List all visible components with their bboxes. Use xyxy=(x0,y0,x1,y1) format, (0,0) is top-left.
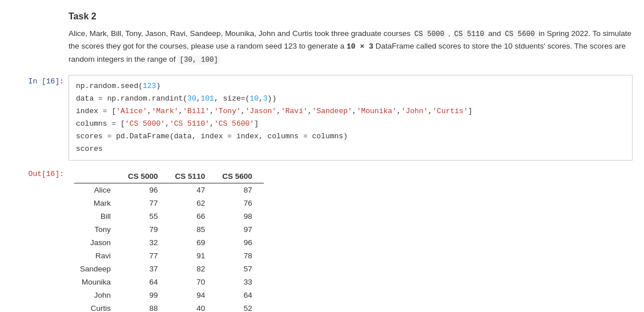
table-row: Curtis 88 40 52 xyxy=(74,302,264,312)
output-area: CS 5000 CS 5110 CS 5600 Alice 96 47 87 M… xyxy=(69,167,633,312)
table-row: Sandeep 37 82 57 xyxy=(74,262,264,275)
cs5000-score: 64 xyxy=(122,275,170,289)
cs5000-score: 77 xyxy=(122,197,170,210)
score-range: [30, 100] xyxy=(178,55,220,65)
table-row: Alice 96 47 87 xyxy=(74,183,264,197)
student-name: Sandeep xyxy=(74,262,122,275)
cs5110-score: 94 xyxy=(170,289,217,302)
cs5110-score: 85 xyxy=(170,223,217,236)
cs5000-score: 55 xyxy=(122,210,170,223)
col-header-cs5110: CS 5110 xyxy=(170,170,217,183)
table-row: Bill 55 66 98 xyxy=(74,210,264,223)
cs5600-score: 64 xyxy=(216,289,264,302)
col-header-cs5600: CS 5600 xyxy=(216,170,264,183)
cs5000-score: 79 xyxy=(122,223,170,236)
cs5600-score: 87 xyxy=(216,183,264,197)
table-row: Ravi 77 91 78 xyxy=(74,249,264,262)
dataframe-size: 10 × 3 xyxy=(347,42,373,51)
course3-code: CS 5600 xyxy=(503,30,537,39)
cs5600-score: 57 xyxy=(216,262,264,275)
table-row: Mark 77 62 76 xyxy=(74,197,264,210)
cs5000-score: 99 xyxy=(122,289,170,302)
cs5600-score: 96 xyxy=(216,236,264,249)
student-name: John xyxy=(74,289,122,302)
code-block[interactable]: np.random.seed(123) data = np.random.ran… xyxy=(69,75,633,161)
cs5000-score: 37 xyxy=(122,262,170,275)
cs5000-score: 32 xyxy=(122,236,170,249)
cs5600-score: 97 xyxy=(216,223,264,236)
output-cell: Out[16]: CS 5000 CS 5110 CS 5600 Alice 9… xyxy=(0,167,644,312)
cs5600-score: 33 xyxy=(216,275,264,289)
code-line-3: index = ['Alice','Mark','Bill','Tony','J… xyxy=(76,105,625,118)
student-name: Ravi xyxy=(74,249,122,262)
code-line-4: columns = ['CS 5000','CS 5110','CS 5600'… xyxy=(76,118,625,130)
cs5600-score: 52 xyxy=(216,302,264,312)
task-title: Task 2 xyxy=(69,11,644,22)
cs5000-score: 96 xyxy=(122,183,170,197)
table-row: Tony 79 85 97 xyxy=(74,223,264,236)
cs5110-score: 91 xyxy=(170,249,217,262)
table-row: Mounika 64 70 33 xyxy=(74,275,264,289)
table-row: Jason 32 69 96 xyxy=(74,236,264,249)
table-row: John 99 94 64 xyxy=(74,289,264,302)
cs5110-score: 47 xyxy=(170,183,217,197)
task-description: Alice, Mark, Bill, Tony, Jason, Ravi, Sa… xyxy=(69,27,633,66)
student-name: Alice xyxy=(74,183,122,197)
student-name: Mounika xyxy=(74,275,122,289)
code-line-6: scores xyxy=(76,143,625,155)
student-name: Mark xyxy=(74,197,122,210)
student-name: Curtis xyxy=(74,302,122,312)
cs5600-score: 78 xyxy=(216,249,264,262)
cs5600-score: 76 xyxy=(216,197,264,210)
cs5110-score: 62 xyxy=(170,197,217,210)
student-name: Bill xyxy=(74,210,122,223)
output-label: Out[16]: xyxy=(0,167,69,178)
code-line-5: scores = pd.DataFrame(data, index = inde… xyxy=(76,130,625,143)
cs5000-score: 88 xyxy=(122,302,170,312)
cs5600-score: 98 xyxy=(216,210,264,223)
table-header-row: CS 5000 CS 5110 CS 5600 xyxy=(74,170,264,183)
cs5110-score: 82 xyxy=(170,262,217,275)
cs5110-score: 40 xyxy=(170,302,217,312)
student-name: Jason xyxy=(74,236,122,249)
col-header-cs5000: CS 5000 xyxy=(122,170,170,183)
cs5110-score: 66 xyxy=(170,210,217,223)
course2-code: CS 5110 xyxy=(453,30,486,39)
code-line-2: data = np.random.randint(30,101, size=(1… xyxy=(76,93,625,105)
course1-code: CS 5000 xyxy=(413,30,446,39)
input-label: In [16]: xyxy=(0,75,69,86)
scores-table: CS 5000 CS 5110 CS 5600 Alice 96 47 87 M… xyxy=(74,170,264,312)
cs5110-score: 70 xyxy=(170,275,217,289)
student-name: Tony xyxy=(74,223,122,236)
input-cell: In [16]: np.random.seed(123) data = np.r… xyxy=(0,75,644,161)
cs5000-score: 77 xyxy=(122,249,170,262)
col-header-name xyxy=(74,170,122,183)
code-line-1: np.random.seed(123) xyxy=(76,80,625,93)
cs5110-score: 69 xyxy=(170,236,217,249)
